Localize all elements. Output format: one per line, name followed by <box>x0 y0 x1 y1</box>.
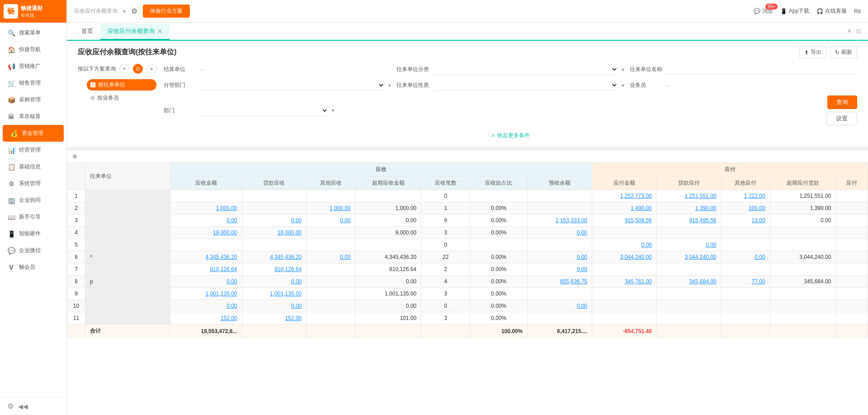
filter-collapse-btn2[interactable]: ∧ 收起更多条件 <box>164 130 857 141</box>
filter-add-btn[interactable]: + <box>119 64 129 74</box>
table-row: 8p0.000.000.0040.00%655,636.75345,761.00… <box>67 276 868 288</box>
sidebar: 畅 畅捷通财 标准版 🔍 搜索菜单 🏠 快捷导航 📢 营销推广 🛒 销售管理 📦… <box>0 0 67 415</box>
message-btn[interactable]: 💬 消息 99+ <box>754 7 773 15</box>
sidebar-item-finance[interactable]: 💰 资金管理 <box>3 125 64 142</box>
tab-close-icon[interactable]: ✕ <box>157 28 162 35</box>
col-cq-ys: 超期应收金额 <box>355 176 421 190</box>
sidebar-item-hardware[interactable]: 📱 智能硬件 <box>0 225 66 242</box>
unit-name-input[interactable] <box>666 64 857 75</box>
refresh-icon: ↻ <box>835 49 840 56</box>
sidebar-item-sales[interactable]: 🛒 销售管理 <box>0 75 66 91</box>
table-row: 6^4,345,436.204,345,436.200.004,345,436.… <box>67 251 868 263</box>
close-window-icon[interactable]: ✕ <box>847 28 852 34</box>
inventory-icon: 🏛 <box>7 113 15 120</box>
total-ys-yu: 6,417,215.... <box>528 324 592 338</box>
filter-settings-btn[interactable]: ⊙ <box>133 64 143 74</box>
sidebar-item-wechat[interactable]: 💬 企业微信 <box>0 242 66 259</box>
sidebar-item-shortcut[interactable]: 🏠 快捷导航 <box>0 41 66 58</box>
jiesuan-dots[interactable]: ··· <box>199 67 203 73</box>
export-button[interactable]: ⬆ 导出 <box>799 46 826 58</box>
sidebar-item-purchase[interactable]: 📦 采购管理 <box>0 91 66 108</box>
sidebar-item-enterprise[interactable]: 🏢 企业协同 <box>0 192 66 209</box>
table-row: 91,001,135.001,001,135.001,001,135.0030.… <box>67 288 868 300</box>
dept-select[interactable] <box>199 105 328 116</box>
col-ys-bs: 应收笔数 <box>421 176 470 190</box>
sidebar-item-system[interactable]: ⚙ 系统管理 <box>0 175 66 192</box>
page-header: 应收应付余额查询(按往来单位) ⬆ 导出 ↻ 刷新 <box>67 41 868 58</box>
logo-icon: 畅 <box>4 4 18 19</box>
header-actions: 💬 消息 99+ 📱 App下载 🎧 在线客服 Rit <box>754 7 861 15</box>
app-download-btn[interactable]: 📱 App下载 <box>780 7 809 15</box>
set-button[interactable]: 设置 <box>826 112 857 125</box>
filter-unit-nature: 往来单位性质 ▾ <box>396 80 624 91</box>
sidebar-item-management[interactable]: 📊 经营管理 <box>0 142 66 158</box>
filter-by-unit[interactable]: 🅾 按往来单位 <box>87 79 156 91</box>
sidebar-collapse-icon[interactable]: ◀◀ <box>18 403 28 410</box>
col-yf-je: 应付金额 <box>592 176 657 190</box>
filter-unit-name: 往来单位名称 <box>630 64 857 75</box>
sidebar-logo: 畅 畅捷通财 标准版 <box>0 0 66 23</box>
col-qt-yf: 其他应付 <box>721 176 770 190</box>
gear-icon[interactable]: ⚙ <box>131 7 137 15</box>
tab-arquery[interactable]: 应收应付余额查询 ✕ <box>100 24 170 40</box>
sidebar-item-vip[interactable]: V 畅会员 <box>0 259 66 276</box>
refresh-button[interactable]: ↻ 刷新 <box>830 46 857 58</box>
sidebar-item-inventory[interactable]: 🏛 库存核算 <box>0 108 66 125</box>
total-ys-zb: 100.00% <box>470 324 528 338</box>
total-ys-je: 19,553,472,6... <box>170 324 242 338</box>
table-row: 100.000.000.0000.00%0.00 <box>67 300 868 312</box>
query-button[interactable]: 查询 <box>827 95 857 109</box>
filter-unit-category: 往来单位分类 ▾ <box>396 64 624 75</box>
filter-row-1: 结算单位 ··· 往来单位分类 ▾ 往来单位名称 <box>164 64 857 75</box>
sidebar-settings-icon[interactable]: ⚙ <box>7 402 14 410</box>
user-avatar[interactable]: Rit <box>854 8 861 14</box>
sidebar-item-basic[interactable]: 📋 基础信息 <box>0 158 66 175</box>
solution-button[interactable]: 体验行业方案 <box>143 5 190 18</box>
tab-home[interactable]: 首页 <box>74 24 100 40</box>
dept-chevron: ▾ <box>332 107 335 114</box>
filter-action-btns: 查询 设置 <box>687 95 858 125</box>
col-dk-ys: 贷款应收 <box>242 176 307 190</box>
export-icon: ⬆ <box>804 49 809 56</box>
service-btn[interactable]: 🎧 在线客服 <box>816 7 847 15</box>
sidebar-item-search[interactable]: 🔍 搜索菜单 <box>0 24 66 41</box>
total-label: 合计 <box>85 324 170 338</box>
app-icon: 📱 <box>780 8 787 14</box>
enterprise-icon: 🏢 <box>7 197 15 204</box>
search-icon: 🔍 <box>7 29 15 37</box>
chevron-down-icon[interactable]: ▾ <box>123 8 126 14</box>
table-settings-icon[interactable]: ⚙ <box>72 153 77 160</box>
filter-by-staff[interactable]: ⊙ 按业务员 <box>87 92 156 104</box>
filter-row-2: 分管部门 ▾ 往来单位性质 ▾ 业务员 <box>164 80 857 91</box>
sidebar-item-guide[interactable]: 📖 新手引导 <box>0 209 66 225</box>
unit-nature-select[interactable] <box>433 80 618 91</box>
filter-fields: 结算单位 ··· 往来单位分类 ▾ 往来单位名称 <box>164 64 857 141</box>
filter-dept: 部门 ▾ <box>164 105 335 116</box>
staff-dots[interactable]: ··· <box>665 82 670 89</box>
data-table-wrapper: ⚙ 往来单位 应收 应付 应收金额 贷款应收 <box>67 151 868 415</box>
guide-icon: 📖 <box>7 214 15 221</box>
marketing-icon: 📢 <box>7 63 15 70</box>
fenguan-chevron: ▾ <box>388 82 391 89</box>
col-ys-zb: 应收款占比 <box>470 176 528 190</box>
unit-category-select[interactable] <box>433 64 618 75</box>
system-icon: ⚙ <box>7 180 15 187</box>
col-qt-ys: 其他应收 <box>307 176 355 190</box>
table-row: 7810,126.64810,126.64810,126.6420.00%0.0… <box>67 263 868 276</box>
filter-area: 按以下方案查询 + ⊙ « 🅾 按往来单位 ⊙ 按业务员 <box>67 58 868 147</box>
maximize-window-icon[interactable]: ⊡ <box>856 28 861 34</box>
col-group-yingfu: 应付 <box>592 163 868 176</box>
col-ys-yu: 预收余额 <box>528 176 592 190</box>
fenguan-select[interactable] <box>199 80 385 91</box>
filter-collapse-btn[interactable]: « <box>146 64 156 74</box>
message-icon: 💬 <box>754 8 760 14</box>
col-ys-je: 应收金额 <box>170 176 242 190</box>
col-dk-yf: 贷款应付 <box>656 176 721 190</box>
sidebar-item-marketing[interactable]: 📢 营销推广 <box>0 58 66 75</box>
filter-sub-items: 🅾 按往来单位 ⊙ 按业务员 <box>78 79 156 104</box>
window-controls: ✕ ⊡ <box>847 28 861 34</box>
message-badge: 99+ <box>765 4 778 10</box>
sidebar-bottom: ⚙ ◀◀ <box>0 397 66 415</box>
collapse-icon: ∧ <box>491 132 495 138</box>
col-group-yingshou: 应收 <box>170 163 592 176</box>
